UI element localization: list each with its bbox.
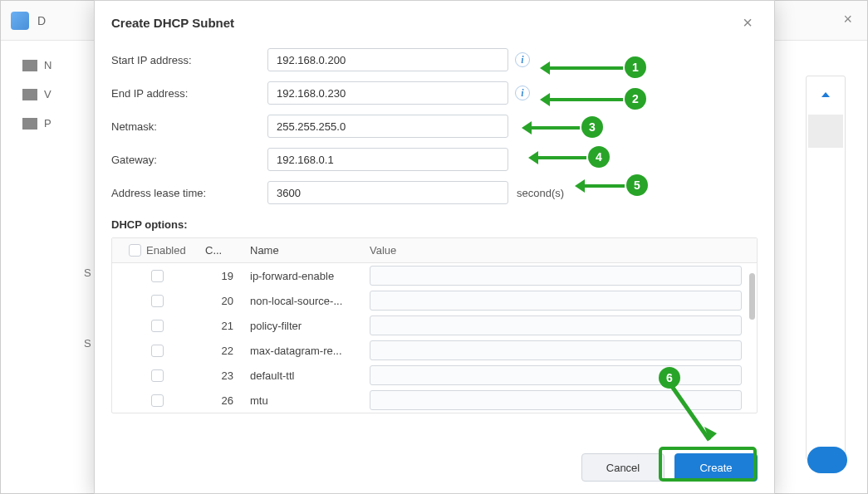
col-code-label[interactable]: C... — [202, 244, 243, 257]
bg-text-s1: S — [84, 267, 91, 279]
col-name-label[interactable]: Name — [243, 244, 363, 257]
option-checkbox[interactable] — [151, 345, 164, 357]
option-code: 19 — [202, 270, 243, 282]
table-row: 22max-datagram-re... — [112, 338, 757, 363]
row-netmask: Netmask: — [111, 114, 758, 139]
bg-sidebar-label: P — [44, 117, 51, 130]
close-icon[interactable]: × — [738, 12, 758, 32]
option-code: 22 — [202, 345, 243, 357]
bg-text-s2: S — [84, 337, 91, 350]
option-name: mtu — [243, 394, 363, 407]
option-checkbox[interactable] — [151, 295, 164, 307]
create-button[interactable]: Create — [674, 453, 758, 482]
table-row: 19ip-forward-enable — [112, 263, 757, 288]
label-gateway: Gateway: — [111, 154, 267, 166]
lease-time-input[interactable] — [267, 181, 508, 204]
label-netmask: Netmask: — [111, 120, 267, 133]
options-header: Enabled C... Name Value — [112, 238, 757, 263]
bg-sidebar-item-1[interactable]: V — [17, 80, 84, 109]
annot-badge-1: 1 — [625, 56, 646, 78]
chevron-up-icon — [821, 92, 830, 97]
lease-time-unit: second(s) — [517, 187, 564, 199]
annot-badge-3: 3 — [581, 116, 603, 138]
netmask-input[interactable] — [267, 115, 508, 138]
col-value-label[interactable]: Value — [363, 244, 757, 257]
bg-sidebar-label: V — [44, 88, 51, 100]
dhcp-options-label: DHCP options: — [111, 218, 758, 231]
scrollbar-thumb[interactable] — [749, 273, 755, 320]
table-row: 26mtu — [112, 388, 757, 413]
info-icon[interactable]: i — [515, 52, 530, 67]
annot-arrow-1 — [548, 66, 623, 70]
annot-badge-2: 2 — [625, 88, 646, 110]
label-end-ip: End IP address: — [111, 87, 267, 100]
checkbox-all[interactable] — [129, 244, 141, 257]
option-value-input[interactable] — [370, 266, 742, 286]
annot-arrow-6 — [664, 380, 723, 453]
modal-title: Create DHCP Subnet — [111, 16, 234, 30]
annot-badge-5: 5 — [626, 174, 648, 196]
info-icon[interactable]: i — [515, 86, 530, 100]
app-title: D — [37, 14, 46, 27]
row-lease: Address lease time: second(s) — [111, 180, 758, 205]
option-value-input[interactable] — [370, 340, 742, 360]
option-name: default-ttl — [243, 369, 363, 382]
annot-arrow-3 — [530, 126, 580, 130]
bg-primary-button[interactable] — [807, 447, 847, 473]
options-body: 19ip-forward-enable20non-local-source-..… — [112, 263, 757, 413]
option-checkbox[interactable] — [151, 394, 164, 407]
option-checkbox[interactable] — [151, 320, 164, 332]
bg-sidebar-label: N — [44, 59, 51, 71]
option-value-input[interactable] — [370, 315, 742, 335]
option-checkbox[interactable] — [151, 369, 164, 382]
table-row: 20non-local-source-... — [112, 288, 757, 313]
table-row: 21policy-filter — [112, 313, 757, 338]
col-enabled-label: Enabled — [146, 244, 186, 257]
gateway-input[interactable] — [267, 148, 508, 171]
modal-header: Create DHCP Subnet × — [95, 1, 774, 41]
bg-panel-collapse[interactable] — [807, 76, 845, 113]
bg-sidebar-item-0[interactable]: N — [17, 51, 84, 80]
bg-sidebar: N V P — [17, 51, 84, 477]
svg-line-0 — [671, 385, 709, 440]
option-value-input[interactable] — [370, 291, 742, 311]
bg-close-icon[interactable]: × — [843, 11, 852, 28]
option-code: 20 — [202, 295, 243, 307]
option-code: 21 — [202, 320, 243, 332]
option-name: max-datagram-re... — [243, 345, 363, 357]
option-name: non-local-source-... — [243, 295, 363, 307]
annot-badge-4: 4 — [588, 146, 610, 168]
bg-panel-body — [808, 115, 843, 148]
bg-right-panel — [806, 76, 846, 460]
label-lease: Address lease time: — [111, 187, 267, 199]
row-gateway: Gateway: — [111, 147, 758, 172]
option-checkbox[interactable] — [151, 270, 164, 282]
start-ip-input[interactable] — [267, 48, 508, 71]
annot-arrow-5 — [583, 184, 625, 188]
bg-sidebar-item-2[interactable]: P — [17, 109, 84, 138]
app-icon — [11, 12, 29, 30]
cancel-button[interactable]: Cancel — [581, 453, 664, 482]
dhcp-options-table: Enabled C... Name Value 19ip-forward-ena… — [111, 237, 758, 413]
label-start-ip: Start IP address: — [111, 54, 267, 66]
option-name: policy-filter — [243, 320, 363, 332]
option-name: ip-forward-enable — [243, 270, 363, 282]
col-enabled[interactable]: Enabled — [112, 244, 202, 257]
end-ip-input[interactable] — [267, 81, 508, 105]
annot-arrow-4 — [537, 156, 586, 159]
row-start-ip: Start IP address: i — [111, 47, 758, 72]
option-code: 23 — [202, 369, 243, 382]
row-end-ip: End IP address: i — [111, 81, 758, 105]
option-code: 26 — [202, 394, 243, 407]
annot-arrow-2 — [548, 98, 623, 101]
